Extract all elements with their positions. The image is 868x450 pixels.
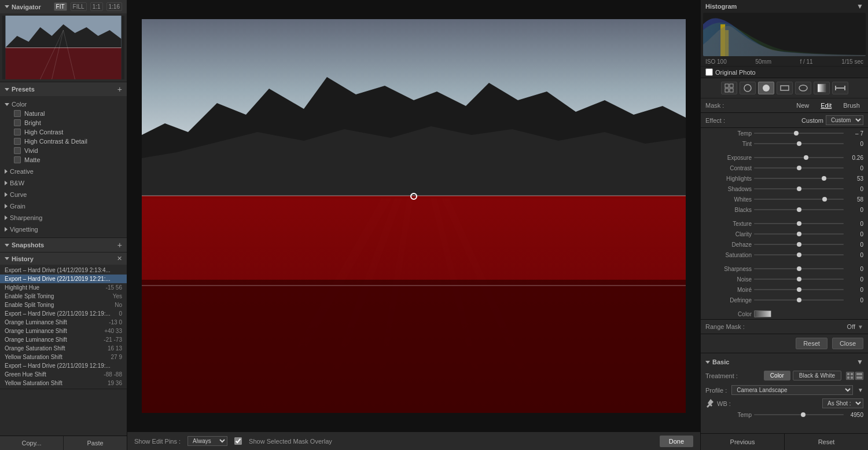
slider-contrast-track[interactable] <box>754 167 844 169</box>
slider-whites-thumb[interactable] <box>822 197 827 202</box>
slider-clarity-thumb[interactable] <box>797 232 801 236</box>
nav-ratio1-btn[interactable]: 1:1 <box>90 2 103 11</box>
slider-contrast-thumb[interactable] <box>797 166 801 170</box>
preset-group-curve-header[interactable]: Curve <box>5 190 122 199</box>
ellipse-tool-btn[interactable] <box>795 82 811 94</box>
show-edit-pins-select[interactable]: Always Never Auto Selected <box>187 436 227 446</box>
effect-select[interactable]: Custom Lighten Darken <box>826 115 863 125</box>
slider-whites-track[interactable] <box>754 199 844 200</box>
original-photo-checkbox[interactable] <box>705 68 713 76</box>
slider-highlights-track[interactable] <box>754 178 844 179</box>
nav-ratio2-btn[interactable]: 1:16 <box>106 2 122 11</box>
slider-temp-track[interactable] <box>754 133 844 134</box>
slider-clarity-track[interactable] <box>754 233 844 235</box>
preset-group-sharpening-header[interactable]: Sharpening <box>5 213 122 222</box>
grid-tool-btn[interactable] <box>721 82 737 94</box>
navigator-header[interactable]: Navigator FIT FILL 1:1 1:16 <box>0 0 127 13</box>
reset-mask-btn[interactable]: Reset <box>796 338 827 349</box>
history-item-2[interactable]: Highlight Hue -15 56 <box>0 283 127 292</box>
history-header[interactable]: History ✕ <box>0 253 127 265</box>
slider-saturation-thumb[interactable] <box>797 253 801 257</box>
slider-sharpness-track[interactable] <box>754 268 844 269</box>
history-item-13[interactable]: Yellow Saturation Shift 19 36 <box>0 379 127 387</box>
slider-moire-track[interactable] <box>754 289 844 290</box>
preset-group-color-header[interactable]: Color <box>5 100 122 109</box>
history-item-12[interactable]: Green Hue Shift -88 -88 <box>0 370 127 379</box>
slider-temp-thumb[interactable] <box>794 131 799 136</box>
slider-shadows-track[interactable] <box>754 188 844 189</box>
presets-header[interactable]: Presets + <box>0 82 127 96</box>
wb-select[interactable]: As Shot : Auto Daylight Cloudy Custom <box>822 398 863 408</box>
preset-item-high-contrast-detail[interactable]: High Contrast & Detail <box>5 137 122 146</box>
done-button[interactable]: Done <box>660 436 693 447</box>
slider-sharpness-thumb[interactable] <box>797 266 801 271</box>
preset-group-vignetting-header[interactable]: Vignetting <box>5 225 122 234</box>
basic-temp-thumb[interactable] <box>801 412 806 417</box>
preset-group-grain-header[interactable]: Grain <box>5 202 122 211</box>
snapshots-add-btn[interactable]: + <box>117 240 122 250</box>
copy-button[interactable]: Copy... <box>0 436 64 450</box>
history-item-1[interactable]: Export – Hard Drive (22/11/2019 12:21:..… <box>0 275 127 283</box>
mask-new-btn[interactable]: New <box>793 101 812 110</box>
preset-item-high-contrast[interactable]: High Contrast <box>5 127 122 137</box>
slider-saturation-track[interactable] <box>754 254 844 255</box>
gradient-tool-btn[interactable] <box>814 82 830 94</box>
slider-exposure-track[interactable] <box>754 157 844 158</box>
range-mask-dropdown-icon[interactable]: ▼ <box>858 324 863 330</box>
treatment-color-btn[interactable]: Color <box>764 371 790 381</box>
history-item-6[interactable]: Orange Luminance Shift -13 0 <box>0 318 127 327</box>
slider-dehaze-track[interactable] <box>754 244 844 245</box>
grid-icon-1[interactable] <box>846 372 854 380</box>
paste-button[interactable]: Paste <box>64 436 127 450</box>
history-item-0[interactable]: Export – Hard Drive (14/12/2019 2:13:4..… <box>0 266 127 275</box>
history-item-4[interactable]: Enable Split Toning No <box>0 301 127 309</box>
wb-eyedropper-icon[interactable] <box>705 399 715 408</box>
profile-select[interactable]: Camera Landscape Camera Standard Camera … <box>731 385 853 395</box>
preset-group-bw-header[interactable]: B&W <box>5 178 122 188</box>
basic-temp-track[interactable] <box>754 414 844 415</box>
snapshots-header[interactable]: Snapshots + <box>0 238 127 252</box>
preset-item-natural[interactable]: Natural <box>5 109 122 118</box>
reset-all-button[interactable]: Reset <box>785 434 868 450</box>
slider-highlights-thumb[interactable] <box>822 176 826 181</box>
preset-item-bright[interactable]: Bright <box>5 118 122 127</box>
slider-shadows-thumb[interactable] <box>797 186 801 191</box>
circle-outline-tool-btn[interactable] <box>740 82 756 94</box>
history-item-3[interactable]: Enable Split Toning Yes <box>0 292 127 301</box>
preset-item-vivid[interactable]: Vivid <box>5 146 122 155</box>
nav-fit-btn[interactable]: FIT <box>54 2 67 11</box>
preset-item-matte[interactable]: Matte <box>5 155 122 164</box>
slider-tint-thumb[interactable] <box>797 141 801 146</box>
history-item-7[interactable]: Orange Luminance Shift +40 33 <box>0 327 127 335</box>
close-mask-btn[interactable]: Close <box>832 338 863 349</box>
slider-dehaze-thumb[interactable] <box>797 242 801 247</box>
slider-noise-thumb[interactable] <box>797 277 801 281</box>
history-item-11[interactable]: Export – Hard Drive (22/11/2019 12:19:..… <box>0 361 127 370</box>
previous-button[interactable]: Previous <box>701 434 785 450</box>
basic-section-header[interactable]: Basic ▼ <box>705 356 863 368</box>
rect-tool-btn[interactable] <box>777 82 793 94</box>
slider-exposure-thumb[interactable] <box>804 155 808 160</box>
history-item-8[interactable]: Orange Luminance Shift -21 -73 <box>0 335 127 344</box>
slider-defringe-thumb[interactable] <box>797 298 801 302</box>
dot-tool-btn[interactable] <box>758 82 774 94</box>
show-mask-checkbox[interactable] <box>234 437 242 445</box>
mask-brush-btn[interactable]: Brush <box>840 101 863 110</box>
history-close-btn[interactable]: ✕ <box>117 255 122 262</box>
profile-dropdown-icon[interactable]: ▼ <box>858 387 863 393</box>
slider-blacks-thumb[interactable] <box>797 207 801 212</box>
grid-icon-2[interactable] <box>855 372 863 380</box>
nav-fill-btn[interactable]: FILL <box>71 2 87 11</box>
slider-noise-track[interactable] <box>754 279 844 280</box>
range-tool-btn[interactable] <box>832 82 848 94</box>
slider-blacks-track[interactable] <box>754 209 844 210</box>
color-swatch[interactable] <box>754 310 771 317</box>
preset-group-creative-header[interactable]: Creative <box>5 167 122 176</box>
slider-tint-track[interactable] <box>754 143 844 144</box>
history-item-5[interactable]: Export – Hard Drive (22/11/2019 12:19:..… <box>0 309 127 318</box>
history-item-10[interactable]: Yellow Saturation Shift 27 9 <box>0 353 127 361</box>
slider-moire-thumb[interactable] <box>797 287 801 292</box>
mask-edit-btn[interactable]: Edit <box>817 101 835 110</box>
history-item-9[interactable]: Orange Saturation Shift 16 13 <box>0 344 127 353</box>
slider-defringe-track[interactable] <box>754 299 844 301</box>
